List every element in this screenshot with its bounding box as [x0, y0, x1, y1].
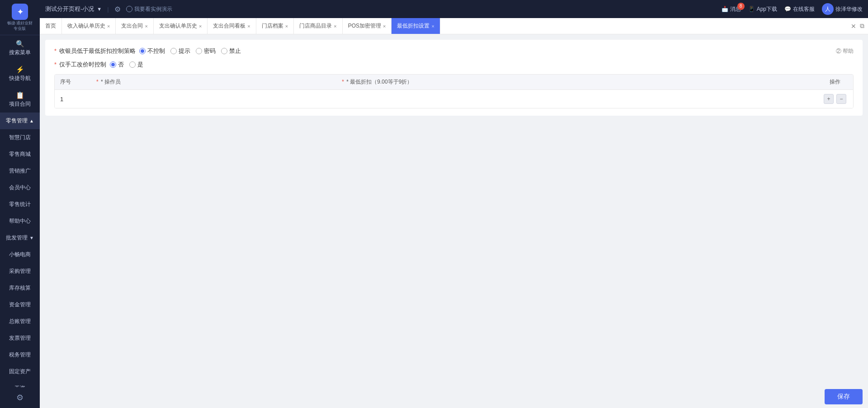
radio-manual-yes-icon[interactable] — [129, 61, 136, 68]
cell-operator-1 — [91, 95, 336, 103]
search-menu-icon: 🔍 — [16, 40, 24, 48]
tab-income-history[interactable]: 收入确认单历史 × — [62, 18, 116, 34]
sidebar-item-contract[interactable]: 📋 项目合同 — [0, 87, 40, 113]
manual-control-label: * 仅手工改价时控制 — [54, 61, 106, 69]
sidebar-item-salary[interactable]: 工资 — [0, 380, 40, 387]
topbar: 测试分开页程-小况 ▼ | ⚙ 我要看实例演示 📩 消息 8 📱 App下载 💬… — [40, 0, 868, 18]
sidebar-item-capital[interactable]: 资金管理 — [0, 296, 40, 313]
sidebar-menu: 🔍 搜索菜单 ⚡ 快捷导航 📋 项目合同 零售管理 ▲ 智慧门店 零售商城 营销… — [0, 35, 40, 387]
tab-payment-confirm-history[interactable]: 支出确认单历史 × — [154, 18, 208, 34]
tab-store-products[interactable]: 门店商品目录 × — [294, 18, 342, 34]
sidebar-item-ledger[interactable]: 总账管理 — [0, 313, 40, 330]
topbar-demo[interactable]: 我要看实例演示 — [126, 5, 172, 13]
option-manual-no[interactable]: 否 — [110, 61, 124, 69]
topbar-message[interactable]: 📩 消息 8 — [722, 5, 741, 13]
tab-store-archive[interactable]: 门店档案 × — [256, 18, 294, 34]
message-badge: 8 — [737, 3, 745, 10]
help-icon[interactable]: ② 帮助 — [836, 47, 854, 55]
tab-more-icon[interactable]: ⧉ — [860, 22, 864, 30]
radio-manual-no-icon[interactable] — [110, 61, 116, 68]
sidebar-item-purchase[interactable]: 采购管理 — [0, 263, 40, 280]
option-password[interactable]: 密码 — [196, 47, 216, 55]
sidebar-item-smartstore[interactable]: 智慧门店 — [0, 129, 40, 146]
tab-payment-board[interactable]: 支出合同看板 × — [208, 18, 256, 34]
app-label: App下载 — [757, 5, 777, 13]
sidebar-item-retail[interactable]: 零售管理 ▲ — [0, 113, 40, 129]
col-header-operator: * * 操作员 — [91, 75, 336, 89]
table-row: 1 + − — [55, 90, 853, 108]
cell-discount-1 — [336, 95, 817, 103]
project-name: 测试分开页程-小况 — [45, 5, 94, 13]
topbar-appdownload[interactable]: 📱 App下载 — [748, 5, 777, 13]
demo-text: 我要看实例演示 — [134, 5, 172, 13]
service-icon: 💬 — [784, 6, 791, 12]
row-add-button-1[interactable]: + — [824, 94, 834, 104]
required-star-1: * — [54, 47, 57, 54]
topbar-separator: | — [107, 6, 108, 13]
content-area: * 收银员低于最低折扣控制策略 不控制 提示 — [40, 34, 868, 408]
tab-close-store-products[interactable]: × — [334, 23, 336, 29]
cashier-strategy-label: * 收银员低于最低折扣控制策略 — [54, 47, 136, 55]
tab-close-payment-board[interactable]: × — [247, 23, 250, 29]
tab-close-all-icon[interactable]: ✕ — [851, 23, 856, 30]
option-remind[interactable]: 提示 — [170, 47, 190, 55]
sidebar-item-help[interactable]: 帮助中心 — [0, 213, 40, 230]
sidebar-item-wholesale[interactable]: 批发管理 ▼ — [0, 230, 40, 246]
page-footer: 保存 — [40, 385, 868, 408]
radio-remind-icon[interactable] — [170, 48, 177, 54]
option-no-control[interactable]: 不控制 — [139, 47, 165, 55]
tab-close-payment-confirm-history[interactable]: × — [199, 23, 202, 29]
sidebar-item-stats[interactable]: 零售统计 — [0, 196, 40, 213]
message-icon: 📩 — [722, 6, 728, 12]
project-chevron-icon: ▼ — [97, 6, 102, 12]
option-manual-yes[interactable]: 是 — [129, 61, 143, 69]
tab-payment-contract[interactable]: 支出合同 × — [116, 18, 153, 34]
contract-icon: 📋 — [16, 91, 24, 99]
app-logo-icon: ✦ — [12, 4, 28, 20]
cashier-strategy-row: * 收银员低于最低折扣控制策略 不控制 提示 — [54, 47, 854, 55]
sidebar: ✦ 畅捷·通好业财 专业版 🔍 搜索菜单 ⚡ 快捷导航 📋 项目合同 零售管理 … — [0, 0, 40, 408]
topbar-user[interactable]: 人 徐泽华修改 — [822, 3, 863, 15]
topbar-project[interactable]: 测试分开页程-小况 ▼ — [45, 5, 102, 13]
tab-close-income-history[interactable]: × — [107, 23, 110, 29]
sidebar-item-search[interactable]: 🔍 搜索菜单 — [0, 35, 40, 61]
col-header-discount: * * 最低折扣（9.00等于9折） — [336, 75, 817, 89]
radio-password-icon[interactable] — [196, 48, 202, 54]
app-logo-text: 畅捷·通好业财 专业版 — [7, 21, 33, 31]
tab-close-min-discount[interactable]: × — [431, 23, 434, 29]
sidebar-item-quicknav[interactable]: ⚡ 快捷导航 — [0, 61, 40, 87]
tab-close-payment-contract[interactable]: × — [145, 23, 147, 29]
radio-no-control-icon[interactable] — [139, 48, 146, 54]
tab-pos-manage[interactable]: POS加密管理 × — [343, 18, 392, 34]
topbar-service[interactable]: 💬 在线客服 — [784, 5, 815, 13]
app-icon: 📱 — [748, 6, 755, 12]
topbar-right: 📩 消息 8 📱 App下载 💬 在线客服 人 徐泽华修改 — [722, 3, 863, 15]
sidebar-item-inventory[interactable]: 库存核算 — [0, 280, 40, 296]
sidebar-footer[interactable]: ⚙ — [0, 387, 40, 408]
option-forbidden[interactable]: 禁止 — [221, 47, 241, 55]
topbar-settings-icon[interactable]: ⚙ — [114, 5, 121, 14]
sidebar-item-invoice[interactable]: 发票管理 — [0, 330, 40, 347]
col-header-action: 操作 — [817, 75, 853, 89]
sidebar-item-marketing[interactable]: 营销推广 — [0, 163, 40, 179]
col-header-seq: 序号 — [55, 75, 91, 89]
sidebar-item-member[interactable]: 会员中心 — [0, 179, 40, 196]
tab-close-pos-manage[interactable]: × — [383, 23, 386, 29]
sidebar-item-ecommerce[interactable]: 小畅电商 — [0, 246, 40, 263]
required-star-2: * — [54, 61, 57, 68]
radio-forbidden-icon[interactable] — [221, 48, 227, 54]
tab-home[interactable]: 首页 — [40, 18, 62, 34]
sidebar-item-tax[interactable]: 税务管理 — [0, 347, 40, 363]
settings-icon[interactable]: ⚙ — [16, 393, 24, 403]
retail-arrow-icon: ▲ — [29, 118, 34, 123]
sidebar-item-assets[interactable]: 固定资产 — [0, 363, 40, 380]
row-delete-button-1[interactable]: − — [836, 94, 846, 104]
tab-close-store-archive[interactable]: × — [285, 23, 288, 29]
tabs-bar-actions: ✕ ⧉ — [847, 22, 868, 30]
manual-control-row: * 仅手工改价时控制 否 是 — [54, 61, 854, 69]
tab-min-discount[interactable]: 最低折扣设置 × — [392, 18, 440, 34]
sidebar-item-retailmall[interactable]: 零售商城 — [0, 146, 40, 163]
save-button[interactable]: 保存 — [825, 389, 863, 404]
cashier-strategy-options: 不控制 提示 密码 禁止 — [139, 47, 241, 55]
demo-circle-icon — [126, 6, 132, 12]
